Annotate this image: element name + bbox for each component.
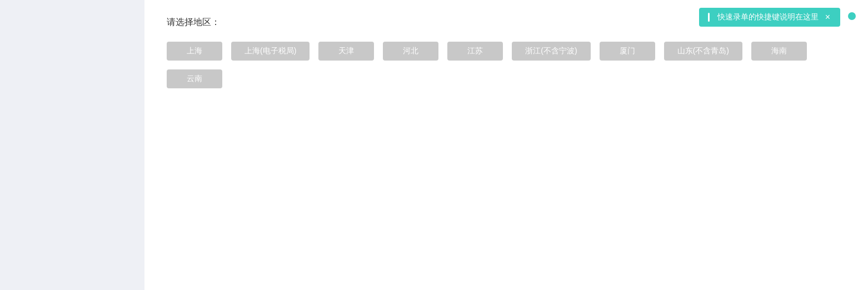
region-button-jiangsu[interactable]: 江苏 — [447, 42, 503, 61]
tooltip-banner[interactable]: 快速录单的快捷键说明在这里 × — [699, 8, 840, 27]
left-sidebar — [0, 0, 144, 290]
tooltip-label: 快速录单的快捷键说明在这里 — [717, 12, 819, 22]
tooltip-close-button[interactable]: × — [824, 13, 831, 22]
region-button-zhejiang[interactable]: 浙江(不含宁波) — [512, 42, 590, 61]
region-button-shanghai[interactable]: 上海 — [167, 42, 222, 61]
region-button-shandong[interactable]: 山东(不含青岛) — [664, 42, 742, 61]
region-buttons-container: 上海上海(电子税局)天津河北江苏浙江(不含宁波)厦门山东(不含青岛)海南云南 — [167, 42, 846, 88]
region-button-hebei[interactable]: 河北 — [383, 42, 438, 61]
main-content: 请选择地区： 上海上海(电子税局)天津河北江苏浙江(不含宁波)厦门山东(不含青岛… — [144, 0, 868, 290]
region-button-tianjin[interactable]: 天津 — [318, 42, 374, 61]
region-button-hainan[interactable]: 海南 — [751, 42, 807, 61]
region-button-shanghai-etax[interactable]: 上海(电子税局) — [231, 42, 310, 61]
region-button-yunnan[interactable]: 云南 — [167, 69, 222, 88]
region-button-xiamen[interactable]: 厦门 — [600, 42, 655, 61]
tooltip-dot — [848, 12, 856, 20]
